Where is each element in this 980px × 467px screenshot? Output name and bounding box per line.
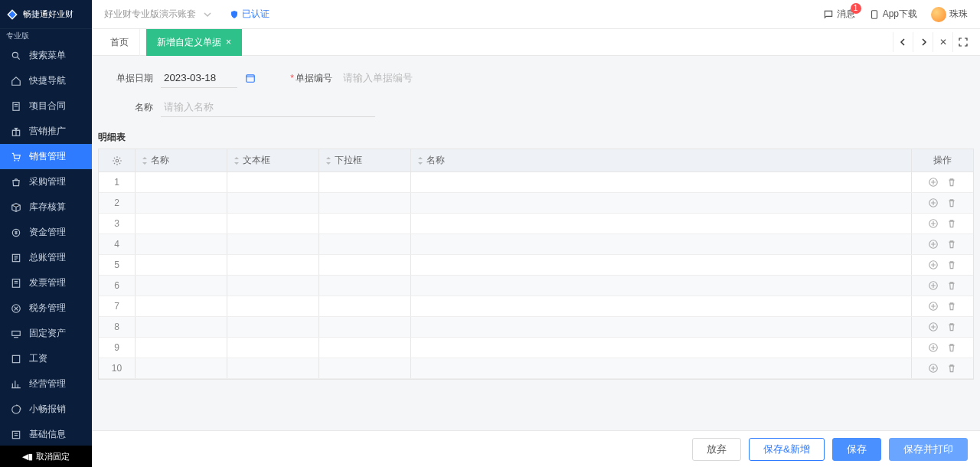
delete-row-icon[interactable] [946,239,957,250]
col-settings[interactable] [99,149,136,171]
delete-row-icon[interactable] [946,342,957,353]
cell-text[interactable] [227,317,319,337]
cell-name2[interactable] [411,296,912,316]
table-row[interactable]: 6 [99,276,973,296]
cell-text[interactable] [227,172,319,192]
delete-row-icon[interactable] [946,177,957,188]
close-icon[interactable]: × [226,37,231,47]
calendar-icon[interactable] [245,73,256,83]
cell-name2[interactable] [411,193,912,213]
cell-name1[interactable] [136,193,227,213]
sidebar-unpin[interactable]: ◀▮ 取消固定 [0,446,92,467]
cell-name2[interactable] [411,338,912,358]
col-text[interactable]: 文本框 [227,149,319,171]
add-row-icon[interactable] [928,177,939,188]
table-row[interactable]: 10 [99,358,973,379]
cell-text[interactable] [227,338,319,358]
sidebar-item-3[interactable]: 营销推广 [0,119,92,144]
add-row-icon[interactable] [928,363,939,374]
save-and-print-button[interactable]: 保存并打印 [889,438,968,461]
tab-home[interactable]: 首页 [100,29,140,56]
add-row-icon[interactable] [928,260,939,270]
sidebar-item-1[interactable]: 快捷导航 [0,68,92,93]
sidebar-item-7[interactable]: 资金管理 [0,220,92,245]
cell-drop[interactable] [319,276,411,296]
delete-row-icon[interactable] [946,198,957,208]
cell-name1[interactable] [136,255,227,275]
add-row-icon[interactable] [928,218,939,229]
sidebar-item-15[interactable]: 基础信息 [0,422,92,446]
table-row[interactable]: 4 [99,234,973,255]
table-row[interactable]: 9 [99,338,973,358]
user-menu[interactable]: 珠珠 [931,7,968,22]
org-selector[interactable]: 好业财专业版演示账套 [104,8,211,21]
cell-text[interactable] [227,296,319,316]
cell-name1[interactable] [136,358,227,378]
cell-name1[interactable] [136,172,227,192]
cell-name2[interactable] [411,255,912,275]
col-name2[interactable]: 名称 [411,149,912,171]
tab-prev-button[interactable] [893,32,913,52]
sidebar-item-5[interactable]: 采购管理 [0,169,92,194]
table-row[interactable]: 5 [99,255,973,276]
cell-name2[interactable] [411,234,912,254]
sidebar-item-11[interactable]: 固定资产 [0,321,92,346]
cell-text[interactable] [227,358,319,378]
cell-drop[interactable] [319,214,411,234]
fullscreen-button[interactable] [952,32,972,52]
add-row-icon[interactable] [928,280,939,291]
cell-name1[interactable] [136,338,227,358]
sidebar-item-12[interactable]: 工资 [0,346,92,371]
cell-name2[interactable] [411,214,912,234]
tab-next-button[interactable] [913,32,933,52]
cell-name2[interactable] [411,358,912,378]
cell-text[interactable] [227,255,319,275]
sidebar-item-6[interactable]: 库存核算 [0,194,92,220]
app-download-button[interactable]: App下载 [869,8,917,21]
delete-row-icon[interactable] [946,260,957,270]
save-button[interactable]: 保存 [832,438,881,461]
cell-name1[interactable] [136,276,227,296]
cell-drop[interactable] [319,317,411,337]
cell-text[interactable] [227,234,319,254]
save-and-new-button[interactable]: 保存&新增 [749,438,825,461]
date-input[interactable] [161,68,237,88]
table-row[interactable]: 1 [99,172,973,193]
delete-row-icon[interactable] [946,280,957,291]
add-row-icon[interactable] [928,322,939,332]
sidebar-item-9[interactable]: 发票管理 [0,270,92,296]
sidebar-item-10[interactable]: 税务管理 [0,296,92,321]
cell-drop[interactable] [319,234,411,254]
cell-name2[interactable] [411,276,912,296]
delete-row-icon[interactable] [946,363,957,374]
sidebar-item-2[interactable]: 项目合同 [0,93,92,119]
sidebar-item-13[interactable]: 经营管理 [0,371,92,397]
cell-name2[interactable] [411,317,912,337]
sidebar-item-14[interactable]: 小畅报销 [0,397,92,422]
add-row-icon[interactable] [928,342,939,353]
delete-row-icon[interactable] [946,218,957,229]
name-input[interactable] [161,97,375,117]
sidebar-item-4[interactable]: 销售管理 [0,144,92,169]
table-row[interactable]: 8 [99,317,973,338]
delete-row-icon[interactable] [946,322,957,332]
cell-name1[interactable] [136,317,227,337]
cell-name1[interactable] [136,214,227,234]
discard-button[interactable]: 放弃 [692,438,741,461]
cell-name2[interactable] [411,172,912,192]
cell-drop[interactable] [319,338,411,358]
delete-row-icon[interactable] [946,301,957,312]
messages-button[interactable]: 消息 1 [823,8,855,21]
add-row-icon[interactable] [928,239,939,250]
table-row[interactable]: 3 [99,214,973,234]
tab-close-all-button[interactable]: ✕ [933,32,952,52]
cell-text[interactable] [227,214,319,234]
add-row-icon[interactable] [928,301,939,312]
table-row[interactable]: 2 [99,193,973,214]
col-name1[interactable]: 名称 [136,149,227,171]
cell-drop[interactable] [319,172,411,192]
tab-active[interactable]: 新增自定义单据 × [146,29,242,56]
table-row[interactable]: 7 [99,296,973,317]
cell-text[interactable] [227,276,319,296]
col-drop[interactable]: 下拉框 [319,149,411,171]
